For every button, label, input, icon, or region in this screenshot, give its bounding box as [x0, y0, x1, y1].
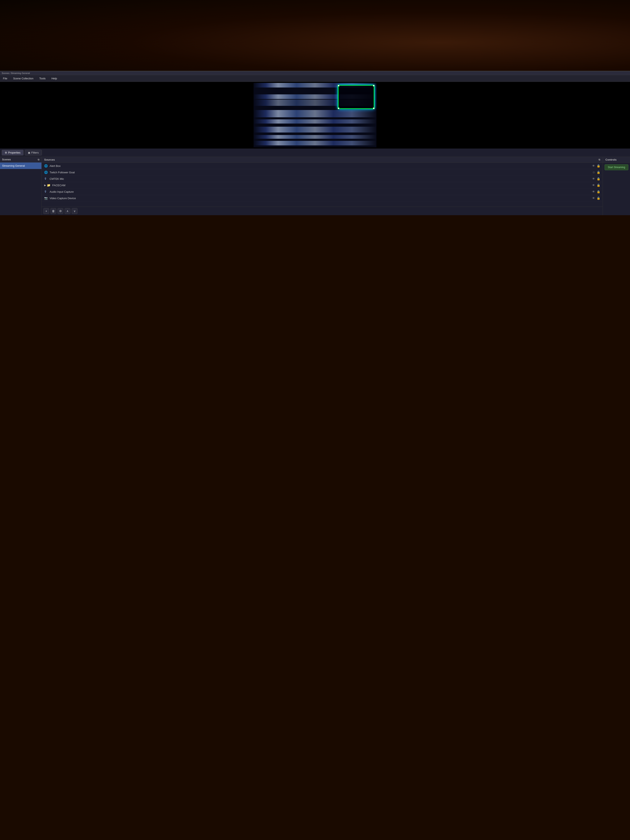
glitch-stripe-4 [254, 119, 376, 123]
lock-icon-alert-box[interactable]: 🔒 [597, 164, 600, 167]
visibility-icon-cmtek-mic[interactable]: 👁 [592, 177, 595, 180]
controls-panel-header: Controls [603, 157, 630, 163]
lock-icon-twitch-follower[interactable]: 🔒 [597, 171, 600, 174]
source-icon-alert-box: 🌐 [44, 164, 48, 167]
scene-item-streaming-general[interactable]: Streaming General [0, 163, 41, 169]
sources-panel-header: Sources ⧉ [42, 157, 603, 163]
sources-header-label: Sources [44, 158, 55, 161]
selected-source-box[interactable] [338, 85, 374, 109]
source-controls-cmtek-mic: 👁 🔒 [592, 177, 600, 180]
source-move-down-button[interactable]: ∨ [72, 208, 77, 214]
lock-icon-facecam[interactable]: 🔒 [597, 183, 600, 187]
filters-icon: ▣ [28, 151, 30, 154]
tab-properties[interactable]: ⚙ Properties [2, 150, 24, 155]
visibility-icon-facecam[interactable]: 👁 [592, 183, 595, 187]
source-icon-facecam: 📁 [47, 183, 51, 187]
tab-properties-label: Properties [8, 151, 21, 154]
source-controls-facecam: 👁 🔒 [592, 183, 600, 187]
remove-source-button[interactable]: 🗑 [51, 208, 56, 214]
menu-file[interactable]: File [0, 76, 10, 81]
scene-item-label: Streaming General [2, 164, 25, 167]
scenes-panel: Scenes ⧉ Streaming General [0, 157, 42, 215]
folder-expand-icon[interactable]: ▶ [44, 184, 46, 187]
source-name-cmtek-mic: CMTEK Mic [50, 177, 592, 180]
source-name-alert-box: Alert Box [50, 164, 592, 167]
settings-icon: ⚙ [59, 209, 62, 213]
start-streaming-button[interactable]: Start Streaming [605, 164, 628, 170]
visibility-icon-alert-box[interactable]: 👁 [592, 164, 595, 167]
source-item-twitch-follower-goal[interactable]: 🌐 Twitch Follower Goal ⊘ 🔒 [42, 169, 603, 175]
ambient-background [0, 0, 630, 71]
obs-window: Scenes: Streaming General File Scene Col… [0, 71, 630, 215]
resize-handle-tr[interactable] [373, 85, 374, 87]
trash-icon: 🗑 [52, 209, 55, 213]
source-icon-audio-input: 🎙 [44, 190, 48, 193]
source-item-video-capture[interactable]: 📷 Video Capture Device 👁 🔒 [42, 195, 603, 202]
menu-scene-collection[interactable]: Scene Collection [10, 76, 36, 81]
controls-content: Start Streaming [603, 163, 630, 172]
source-item-facecam[interactable]: ▶ 📁 FACECAM 👁 🔒 [42, 182, 603, 188]
source-controls-twitch-follower: ⊘ 🔒 [592, 171, 600, 174]
tab-filters[interactable]: ▣ Filters [25, 150, 42, 155]
source-name-twitch-follower: Twitch Follower Goal [50, 171, 592, 174]
source-settings-button[interactable]: ⚙ [57, 208, 63, 214]
source-item-audio-input[interactable]: 🎙 Audio Input Capture 👁 🔒 [42, 188, 603, 195]
title-bar-text: Scenes: Streaming General [2, 72, 30, 74]
source-name-video-capture: Video Capture Device [50, 197, 592, 200]
source-item-alert-box[interactable]: 🌐 Alert Box 👁 🔒 [42, 163, 603, 169]
source-controls-alert-box: 👁 🔒 [592, 164, 600, 167]
add-source-button[interactable]: + [43, 208, 49, 214]
resize-handle-br[interactable] [373, 107, 374, 109]
lock-icon-cmtek-mic[interactable]: 🔒 [597, 177, 600, 180]
tab-bar: ⚙ Properties ▣ Filters [0, 148, 630, 157]
sources-panel-icon[interactable]: ⧉ [598, 158, 600, 161]
source-toolbar: + 🗑 ⚙ ∧ ∨ [42, 207, 603, 215]
source-icon-cmtek-mic: 🎙 [44, 177, 48, 180]
source-icon-twitch-follower: 🌐 [44, 171, 48, 174]
properties-icon: ⚙ [5, 151, 7, 154]
source-icon-video-capture: 📷 [44, 196, 48, 200]
visibility-icon-audio-input[interactable]: 👁 [592, 190, 595, 193]
preview-area [0, 82, 630, 148]
glitch-stripe-6 [254, 135, 376, 139]
sources-panel: Sources ⧉ 🌐 Alert Box 👁 🔒 🌐 Twitch Follo… [42, 157, 603, 215]
lock-icon-audio-input[interactable]: 🔒 [597, 190, 600, 193]
menu-tools[interactable]: Tools [36, 76, 49, 81]
visibility-icon-video-capture[interactable]: 👁 [592, 196, 595, 200]
menu-bar: File Scene Collection Tools Help [0, 75, 630, 82]
title-bar: Scenes: Streaming General [0, 71, 630, 75]
lock-icon-video-capture[interactable]: 🔒 [597, 196, 600, 200]
glitch-stripe-3 [254, 110, 376, 117]
source-name-audio-input: Audio Input Capture [50, 190, 592, 193]
source-move-up-button[interactable]: ∧ [65, 208, 70, 214]
scenes-panel-icon[interactable]: ⧉ [38, 158, 39, 161]
preview-content [254, 83, 376, 147]
glitch-stripe-5 [254, 127, 376, 133]
menu-help[interactable]: Help [49, 76, 60, 81]
source-item-cmtek-mic[interactable]: 🎙 CMTEK Mic 👁 🔒 [42, 175, 603, 182]
source-controls-video-capture: 👁 🔒 [592, 196, 600, 200]
scenes-panel-header: Scenes ⧉ [0, 157, 41, 163]
resize-handle-tl[interactable] [338, 85, 339, 87]
chevron-down-icon: ∨ [74, 209, 76, 213]
source-controls-audio-input: 👁 🔒 [592, 190, 600, 193]
resize-handle-bl[interactable] [338, 107, 339, 109]
chevron-up-icon: ∧ [66, 209, 68, 213]
glitch-stripe-7 [254, 141, 376, 145]
scenes-header-label: Scenes [2, 158, 11, 161]
bottom-panel: Scenes ⧉ Streaming General Sources ⧉ 🌐 A… [0, 157, 630, 215]
source-name-facecam: FACECAM [52, 184, 592, 187]
start-streaming-label: Start Streaming [608, 166, 625, 169]
tab-filters-label: Filters [31, 151, 38, 154]
visibility-icon-twitch-follower[interactable]: ⊘ [592, 171, 595, 174]
controls-panel: Controls Start Streaming [603, 157, 630, 215]
